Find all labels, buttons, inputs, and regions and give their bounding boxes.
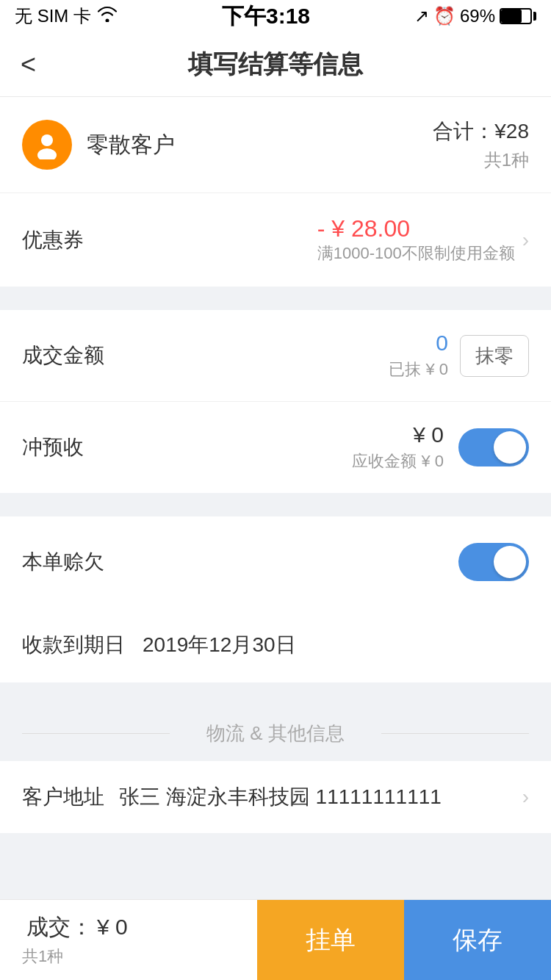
sheqian-section: 本单赊欠 收款到期日 2019年12月30日	[0, 516, 551, 682]
battery-icon	[500, 8, 536, 24]
coupon-amount: - ¥ 28.00	[317, 215, 515, 242]
svg-point-0	[41, 134, 53, 146]
status-bar: 无 SIM 卡 下午3:18 ↗ ⏰ 69%	[0, 0, 551, 32]
bottom-info: 成交：¥ 0 共1种	[0, 912, 257, 968]
address-chevron-icon: ›	[522, 785, 529, 809]
status-right: ↗ ⏰ 69%	[414, 6, 536, 26]
due-date-label: 收款到期日	[22, 631, 125, 659]
sheqian-row: 本单赊欠	[0, 516, 551, 608]
deal-amount-sub: 已抹 ¥ 0	[389, 359, 448, 381]
deal-amount-value: 0	[389, 331, 448, 356]
deal-section: 成交金额 0 已抹 ¥ 0 抹零 冲预收 ¥ 0 应收金额 ¥ 0	[0, 310, 551, 493]
wifi-icon	[97, 6, 118, 26]
chong-amount: ¥ 0	[352, 422, 444, 447]
chong-yushou-row: 冲预收 ¥ 0 应收金额 ¥ 0	[0, 402, 551, 493]
customer-total: 合计：¥28	[433, 118, 529, 145]
deal-amount-row: 成交金额 0 已抹 ¥ 0 抹零	[0, 310, 551, 402]
coupon-desc: 满1000-100不限制使用金额	[317, 242, 515, 264]
avatar	[22, 120, 72, 170]
section-divider-3	[0, 694, 551, 706]
chong-right: ¥ 0 应收金额 ¥ 0	[352, 422, 529, 472]
deal-amount-right: 0 已抹 ¥ 0 抹零	[389, 331, 529, 381]
coupon-details: - ¥ 28.00 满1000-100不限制使用金额	[317, 215, 515, 264]
address-section: 客户地址 张三 海淀永丰科技园 11111111111 ›	[0, 761, 551, 833]
sheqian-label: 本单赊欠	[22, 548, 104, 576]
bottom-bar: 成交：¥ 0 共1种 挂单 保存	[0, 899, 551, 980]
customer-row: 零散客户 合计：¥28 共1种	[0, 97, 551, 192]
bottom-deal-amount: ¥ 0	[97, 915, 128, 939]
sheqian-toggle-knob	[494, 546, 526, 578]
hang-button[interactable]: 挂单	[257, 900, 404, 981]
alarm-icon: ⏰	[433, 6, 455, 26]
bottom-deal-text: 成交：¥ 0	[22, 912, 235, 943]
status-left: 无 SIM 卡	[15, 4, 118, 28]
chong-col: ¥ 0 应收金额 ¥ 0	[352, 422, 444, 472]
bottom-count: 共1种	[22, 945, 235, 968]
battery-percent: 69%	[460, 6, 495, 26]
due-date-row: 收款到期日 2019年12月30日	[0, 608, 551, 682]
coupon-label: 优惠券	[22, 226, 84, 254]
customer-name: 零散客户	[87, 130, 175, 160]
chong-yushou-toggle[interactable]	[458, 428, 529, 466]
save-button[interactable]: 保存	[404, 900, 551, 981]
toggle-knob	[494, 431, 526, 464]
mo-ling-button[interactable]: 抹零	[460, 335, 529, 377]
address-label: 客户地址	[22, 783, 104, 811]
svg-point-1	[37, 148, 57, 159]
sheqian-toggle[interactable]	[458, 543, 529, 581]
customer-left: 零散客户	[22, 120, 175, 170]
customer-count: 共1种	[433, 148, 529, 172]
customer-section: 零散客户 合计：¥28 共1种 优惠券 - ¥ 28.00 满1000-100不…	[0, 97, 551, 287]
page-title: 填写结算等信息	[188, 48, 363, 82]
coupon-right: - ¥ 28.00 满1000-100不限制使用金额 ›	[317, 215, 529, 264]
location-icon: ↗	[414, 6, 429, 26]
coupon-chevron-icon: ›	[522, 228, 529, 252]
address-value: 张三 海淀永丰科技园 11111111111	[119, 783, 522, 811]
logistics-line-right	[381, 733, 529, 734]
logistics-line-left	[22, 733, 170, 734]
logistics-label: 物流 & 其他信息	[206, 721, 345, 746]
carrier-text: 无 SIM 卡	[15, 4, 91, 28]
customer-right: 合计：¥28 共1种	[433, 118, 529, 172]
chong-sub: 应收金额 ¥ 0	[352, 450, 444, 472]
nav-bar: < 填写结算等信息	[0, 32, 551, 97]
logistics-section-header: 物流 & 其他信息	[0, 706, 551, 761]
section-divider-1	[0, 298, 551, 310]
due-date-value: 2019年12月30日	[143, 631, 296, 659]
chong-yushou-label: 冲预收	[22, 433, 84, 461]
back-button[interactable]: <	[21, 49, 36, 80]
coupon-row[interactable]: 优惠券 - ¥ 28.00 满1000-100不限制使用金额 ›	[0, 192, 551, 287]
deal-amount-label: 成交金额	[22, 342, 104, 370]
status-time: 下午3:18	[222, 1, 310, 32]
address-row[interactable]: 客户地址 张三 海淀永丰科技园 11111111111 ›	[0, 761, 551, 833]
section-divider-2	[0, 505, 551, 516]
deal-amount-col: 0 已抹 ¥ 0	[389, 331, 448, 381]
